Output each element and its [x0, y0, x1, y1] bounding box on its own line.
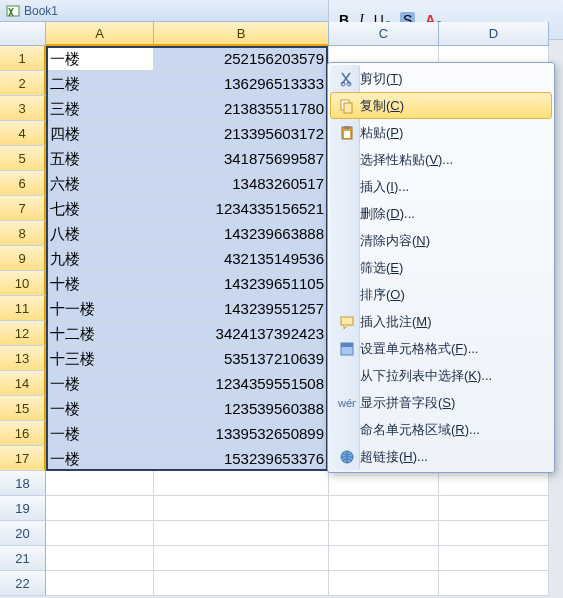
row-header[interactable]: 16 — [0, 421, 46, 446]
row-header[interactable]: 14 — [0, 371, 46, 396]
cell[interactable] — [329, 521, 439, 546]
row-header[interactable]: 8 — [0, 221, 46, 246]
cell[interactable]: 三楼 — [46, 96, 154, 121]
row-header[interactable]: 17 — [0, 446, 46, 471]
cell[interactable]: 十三楼 — [46, 346, 154, 371]
row-header[interactable]: 18 — [0, 471, 46, 496]
row-header[interactable]: 5 — [0, 146, 46, 171]
context-menu-item[interactable]: 插入批注(M) — [330, 308, 552, 335]
row-header[interactable]: 6 — [0, 171, 46, 196]
row-header[interactable]: 4 — [0, 121, 46, 146]
paste-icon — [334, 125, 360, 141]
row-header[interactable]: 15 — [0, 396, 46, 421]
row-header[interactable]: 12 — [0, 321, 46, 346]
cell[interactable]: 四楼 — [46, 121, 154, 146]
cell[interactable]: 一楼 — [46, 421, 154, 446]
cell[interactable]: 136296513333 — [154, 71, 329, 96]
cell[interactable]: 五楼 — [46, 146, 154, 171]
cell[interactable]: 143239651105 — [154, 271, 329, 296]
cell[interactable] — [154, 471, 329, 496]
cell[interactable]: 一楼 — [46, 446, 154, 471]
cell[interactable]: 1234335156521 — [154, 196, 329, 221]
column-header-A[interactable]: A — [46, 22, 154, 46]
cell[interactable]: 535137210639 — [154, 346, 329, 371]
cell[interactable] — [154, 571, 329, 596]
row-header[interactable]: 2 — [0, 71, 46, 96]
cell[interactable] — [154, 521, 329, 546]
cell[interactable] — [439, 496, 549, 521]
cell[interactable] — [439, 571, 549, 596]
context-menu-item[interactable]: 超链接(H)... — [330, 443, 552, 470]
row-header[interactable]: 9 — [0, 246, 46, 271]
cell[interactable]: 3424137392423 — [154, 321, 329, 346]
cell[interactable]: 341875699587 — [154, 146, 329, 171]
cell[interactable] — [46, 471, 154, 496]
context-menu-item[interactable]: 筛选(E) — [330, 254, 552, 281]
context-menu-item[interactable]: 排序(O) — [330, 281, 552, 308]
cell[interactable]: 1234359551508 — [154, 371, 329, 396]
row-header[interactable]: 3 — [0, 96, 46, 121]
cell[interactable]: 八楼 — [46, 221, 154, 246]
context-menu-item[interactable]: 删除(D)... — [330, 200, 552, 227]
cell[interactable] — [329, 571, 439, 596]
cell[interactable] — [46, 546, 154, 571]
cell[interactable]: 123539560388 — [154, 396, 329, 421]
context-menu-item[interactable]: 剪切(T) — [330, 65, 552, 92]
cell[interactable]: 153239653376 — [154, 446, 329, 471]
context-menu-item[interactable]: 清除内容(N) — [330, 227, 552, 254]
comment-icon — [334, 314, 360, 330]
row-header[interactable]: 7 — [0, 196, 46, 221]
cell[interactable] — [46, 496, 154, 521]
context-menu-item[interactable]: 设置单元格格式(F)... — [330, 335, 552, 362]
cell[interactable]: 十二楼 — [46, 321, 154, 346]
row-header[interactable]: 11 — [0, 296, 46, 321]
select-all-corner[interactable] — [0, 22, 46, 46]
cell[interactable]: 213395603172 — [154, 121, 329, 146]
context-menu-item[interactable]: 复制(C) — [330, 92, 552, 119]
row-header[interactable]: 10 — [0, 271, 46, 296]
cell[interactable]: 七楼 — [46, 196, 154, 221]
cell[interactable]: 十一楼 — [46, 296, 154, 321]
column-header-B[interactable]: B — [154, 22, 329, 46]
context-menu-item[interactable]: wén显示拼音字段(S) — [330, 389, 552, 416]
svg-text:wén: wén — [338, 397, 356, 409]
cell[interactable]: 九楼 — [46, 246, 154, 271]
row-header[interactable]: 1 — [0, 46, 46, 71]
cell[interactable]: 一楼 — [46, 396, 154, 421]
cell[interactable]: 13483260517 — [154, 171, 329, 196]
cell[interactable] — [154, 496, 329, 521]
row-header[interactable]: 20 — [0, 521, 46, 546]
cell[interactable]: 143239551257 — [154, 296, 329, 321]
cell[interactable]: 二楼 — [46, 71, 154, 96]
cell[interactable] — [46, 521, 154, 546]
cell[interactable] — [439, 471, 549, 496]
cell[interactable] — [46, 571, 154, 596]
cell[interactable]: 一楼 — [46, 371, 154, 396]
context-menu-item[interactable]: 选择性粘贴(V)... — [330, 146, 552, 173]
context-menu-item[interactable]: 命名单元格区域(R)... — [330, 416, 552, 443]
column-header-C[interactable]: C — [329, 22, 439, 46]
cell[interactable] — [329, 496, 439, 521]
cell[interactable] — [439, 521, 549, 546]
row-header[interactable]: 21 — [0, 546, 46, 571]
cell[interactable]: 一楼 — [46, 46, 154, 71]
row-header[interactable]: 19 — [0, 496, 46, 521]
context-menu-item[interactable]: 从下拉列表中选择(K)... — [330, 362, 552, 389]
svg-rect-7 — [344, 131, 350, 138]
cell[interactable]: 十楼 — [46, 271, 154, 296]
row-header[interactable]: 13 — [0, 346, 46, 371]
cell[interactable] — [329, 546, 439, 571]
cell[interactable]: 432135149536 — [154, 246, 329, 271]
cell[interactable]: 213835511780 — [154, 96, 329, 121]
row-header[interactable]: 22 — [0, 571, 46, 596]
cell[interactable]: 1339532650899 — [154, 421, 329, 446]
context-menu-item[interactable]: 插入(I)... — [330, 173, 552, 200]
column-header-D[interactable]: D — [439, 22, 549, 46]
context-menu-item[interactable]: 粘贴(P) — [330, 119, 552, 146]
cell[interactable]: 143239663888 — [154, 221, 329, 246]
cell[interactable] — [154, 546, 329, 571]
cell[interactable] — [439, 546, 549, 571]
cell[interactable]: 252156203579 — [154, 46, 329, 71]
cell[interactable]: 六楼 — [46, 171, 154, 196]
cell[interactable] — [329, 471, 439, 496]
